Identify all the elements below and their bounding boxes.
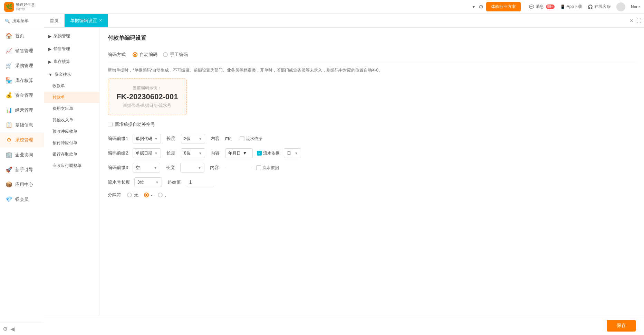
prefix2-waterfall: ✓ 流水依据 (257, 150, 280, 156)
sep-dot-label: . (165, 193, 166, 198)
separator-label: 分隔符 (108, 192, 122, 198)
sidebar-item-guide[interactable]: 🚀 新手引导 (0, 162, 44, 177)
prefix1-arrow: ▼ (154, 137, 158, 141)
prefix2-length-select[interactable]: 8位 ▼ (181, 148, 205, 158)
sec-nav-other-income[interactable]: 其他收入单 (44, 114, 99, 126)
app-download-action[interactable]: 📱 App下载 (560, 4, 582, 10)
prefix2-length-arrow: ▼ (199, 151, 202, 155)
start-value-input[interactable]: 1 (186, 178, 214, 186)
app-name: 畅通好生意 (16, 2, 35, 7)
trial-button[interactable]: 体验行业方案 (486, 2, 521, 11)
sidebar-item-membership[interactable]: 💎 畅会员 (0, 192, 44, 207)
prefix2-period-select[interactable]: 日 ▼ (284, 148, 301, 158)
settings-icon[interactable]: ⚙ (479, 3, 483, 10)
search-menu-btn[interactable]: 🔍 搜索菜单 (3, 17, 41, 25)
sep-dot-radio[interactable] (158, 193, 163, 197)
sidebar-item-enterprise[interactable]: 🏢 企业协同 (0, 147, 44, 162)
sidebar-item-purchase[interactable]: 🛒 采购管理 (0, 58, 44, 73)
sec-nav-purchase-arrow: ▶ (48, 34, 51, 39)
sec-nav-sales-label: 销售管理 (54, 46, 70, 52)
auto-encoding-option[interactable]: 自动编码 (133, 52, 157, 58)
prefix2-period-arrow: ▼ (295, 151, 298, 155)
search-menu-label: 搜索菜单 (12, 18, 29, 24)
serial-length-select[interactable]: 3位 ▼ (134, 177, 162, 187)
sec-nav-prepay-pay[interactable]: 预付冲应付单 (44, 137, 99, 149)
prefix2-value-select[interactable]: 单据日期 ▼ (133, 148, 161, 158)
sep-none-radio[interactable] (127, 193, 132, 197)
save-button[interactable]: 保存 (607, 320, 636, 332)
sep-none-label: 无 (134, 192, 138, 198)
sep-dash-label: - (151, 193, 152, 198)
sidebar-item-system[interactable]: ⚙ 系统管理 (0, 132, 44, 147)
guide-icon: 🚀 (6, 166, 12, 173)
auto-encoding-radio[interactable] (133, 52, 137, 57)
sidebar: 🔍 搜索菜单 🏠 首页 📈 销售管理 🛒 采购管理 🏪 库存核算 💰 (0, 14, 44, 335)
sidebar-item-sales[interactable]: 📈 销售管理 (0, 43, 44, 58)
tab-actions: ✕ ⛶ (627, 14, 644, 27)
prefix2-length-label: 长度 (166, 150, 175, 156)
sec-nav-adjust[interactable]: 应收应付调整单 (44, 160, 99, 171)
encoding-type-label: 编码方式 (108, 52, 126, 58)
sec-nav-bank[interactable]: 银行存取款单 (44, 149, 99, 160)
sidebar-item-apps[interactable]: 📦 应用中心 (0, 177, 44, 192)
sep-dot-option[interactable]: . (158, 193, 166, 198)
sec-nav-sales[interactable]: ▶ 销售管理 (44, 43, 99, 55)
prefix3-value-select[interactable]: 空 ▼ (133, 163, 160, 173)
operations-icon: 📊 (6, 107, 12, 113)
prefix1-length-label: 长度 (166, 136, 175, 142)
sidebar-collapse-icon[interactable]: ◀ (10, 326, 15, 332)
auto-fill-checkbox[interactable] (108, 122, 113, 127)
preview-sub: 单据代码-单据日期-流水号 (123, 103, 171, 109)
manual-encoding-radio[interactable] (163, 52, 168, 57)
app-download-icon: 📱 (560, 4, 565, 9)
sidebar-search[interactable]: 🔍 搜索菜单 (0, 14, 44, 28)
sep-dash-radio[interactable] (144, 193, 149, 197)
sec-nav-sales-arrow: ▶ (48, 47, 51, 52)
prefix2-waterfall-checkbox[interactable]: ✓ (257, 151, 262, 156)
serial-length-row: 流水号长度 3位 ▼ 起始值 1 (108, 177, 636, 187)
sec-nav-inventory-label: 库存核算 (54, 59, 70, 65)
sec-nav-group-purchase: ▶ 采购管理 (44, 30, 99, 42)
logo-area: 🌿 畅通好生意 插件版 (4, 2, 46, 12)
sidebar-item-home[interactable]: 🏠 首页 (0, 28, 44, 43)
prefix1-value-select[interactable]: 单据代码 ▼ (133, 134, 161, 143)
prefix1-length-select[interactable]: 2位 ▼ (181, 134, 205, 143)
sep-none-option[interactable]: 无 (127, 192, 138, 198)
sidebar-settings-icon[interactable]: ⚙ (3, 326, 8, 332)
sidebar-item-finance[interactable]: 💰 资金管理 (0, 88, 44, 103)
sidebar-item-inventory[interactable]: 🏪 库存核算 (0, 73, 44, 88)
sidebar-label-finance: 资金管理 (15, 92, 33, 99)
message-action[interactable]: 💬 消息 99+ (529, 4, 555, 10)
manual-encoding-option[interactable]: 手工编码 (163, 52, 188, 58)
sec-nav-payment[interactable]: 付款单 (44, 92, 99, 103)
page-content: ▶ 采购管理 ▶ 销售管理 ▶ 库存核算 (44, 28, 644, 316)
sec-nav-inventory[interactable]: ▶ 库存核算 (44, 56, 99, 67)
sec-nav-purchase[interactable]: ▶ 采购管理 (44, 30, 99, 42)
sec-nav-expense[interactable]: 费用支出单 (44, 103, 99, 114)
basic-icon: 📋 (6, 122, 12, 128)
sec-nav-prepay-recv[interactable]: 预收冲应收单 (44, 126, 99, 137)
tab-expand-btn[interactable]: ⛶ (636, 18, 641, 24)
avatar[interactable] (616, 2, 625, 11)
tab-home[interactable]: 首页 (44, 14, 65, 27)
prefix1-waterfall[interactable]: 流水依据 (240, 136, 262, 142)
sidebar-item-basic[interactable]: 📋 基础信息 (0, 118, 44, 132)
sidebar-item-operations[interactable]: 📊 经营管理 (0, 103, 44, 118)
sec-nav-receipt[interactable]: 收款单 (44, 80, 99, 92)
customer-service-action[interactable]: 🎧 在线客服 (588, 4, 611, 10)
prefix3-waterfall-checkbox[interactable] (256, 165, 261, 170)
message-badge: 99+ (546, 4, 555, 9)
prefix1-waterfall-checkbox[interactable] (240, 136, 244, 141)
sec-nav-finance[interactable]: ▼ 资金往来 (44, 69, 99, 80)
tab-close-btn[interactable]: ✕ (629, 18, 634, 24)
prefix3-length-select[interactable]: ▼ (180, 163, 204, 173)
tab-close-icon[interactable]: ✕ (99, 18, 102, 23)
tab-serial-setting[interactable]: 单据编码设置 ✕ (65, 14, 108, 27)
prefix2-content-arrow: ▼ (243, 151, 247, 156)
sep-dash-option[interactable]: - (144, 193, 152, 198)
form-footer: 保存 (44, 316, 644, 335)
prefix3-label: 编码前缀3 (108, 165, 128, 171)
prefix2-content-select[interactable]: 年月日 ▼ (225, 148, 253, 158)
workspace-dropdown[interactable]: ▼ (472, 4, 476, 9)
code-preview-box: 当前编码示例： FK-20230602-001 单据代码-单据日期-流水号 (108, 78, 187, 115)
